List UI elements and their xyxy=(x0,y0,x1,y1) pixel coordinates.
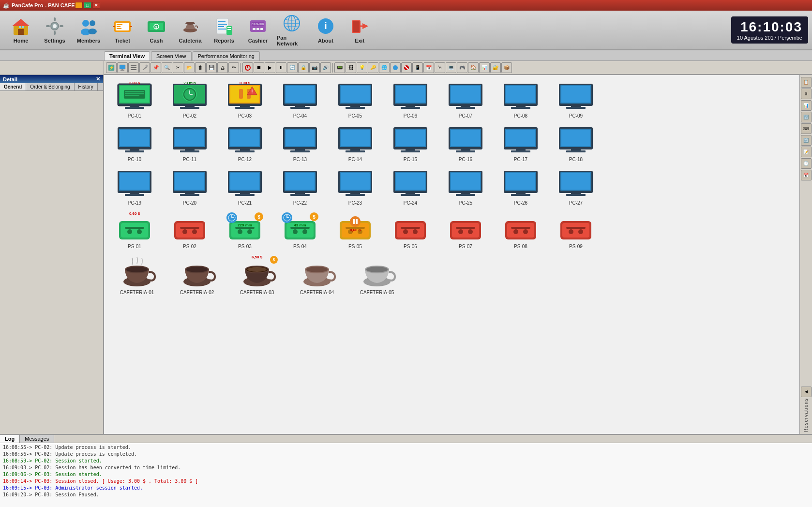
list-item[interactable]: PC-14 xyxy=(329,122,382,164)
right-btn-4[interactable]: 🔢 xyxy=(801,112,812,122)
toolbar-network[interactable]: 🌐 xyxy=(379,62,390,73)
list-item[interactable]: CAFETERIA-04 xyxy=(288,253,346,297)
toolbar-lightbulb[interactable]: 💡 xyxy=(357,62,367,73)
list-item[interactable]: 23 min PC-02 xyxy=(163,79,216,120)
toolbar-refresh[interactable]: 🔄 xyxy=(287,62,298,73)
toolbar-display[interactable]: 📟 xyxy=(334,62,345,73)
close-button[interactable]: ✕ xyxy=(92,2,100,9)
toolbar-secure[interactable]: 🔐 xyxy=(490,62,501,73)
toolbar-screenshot[interactable]: 📷 xyxy=(309,62,320,73)
toolbar-block[interactable] xyxy=(401,62,412,73)
tab-terminal-view[interactable]: Terminal View xyxy=(104,51,150,60)
toolbar-folder[interactable]: 📂 xyxy=(184,62,195,73)
list-item[interactable]: PC-21 xyxy=(218,166,271,208)
tab-screen-view[interactable]: Screen View xyxy=(151,51,192,60)
right-btn-3[interactable]: 📊 xyxy=(801,100,812,111)
list-item[interactable]: PS-06 xyxy=(384,209,437,251)
toolbar-print[interactable]: 🖨 xyxy=(217,62,228,73)
toolbar-laptop[interactable]: 💻 xyxy=(446,62,456,73)
log-tab-log[interactable]: Log xyxy=(0,435,20,443)
toolbar-power[interactable] xyxy=(242,62,253,73)
list-item[interactable]: $ 43 min PS-04 xyxy=(273,209,327,251)
list-item[interactable]: PC-12 xyxy=(218,122,271,164)
main-grid[interactable]: 3,00 $ PC-01 xyxy=(104,75,799,434)
list-item[interactable]: CAFETERIA-01 xyxy=(108,253,166,297)
right-btn-5[interactable]: ⌨ xyxy=(801,123,812,134)
log-tab-messages[interactable]: Messages xyxy=(20,435,54,443)
right-btn-8[interactable]: 🕐 xyxy=(801,158,812,169)
right-btn-7[interactable]: 📝 xyxy=(801,147,812,157)
toolbar-ticket[interactable]: Ticket xyxy=(105,15,139,45)
list-item[interactable]: PC-27 xyxy=(549,166,602,208)
list-item[interactable]: ! 0,00 $ PC-03 xyxy=(218,79,271,120)
list-item[interactable]: $ 229 min PS-03 xyxy=(218,209,271,251)
toolbar-cut[interactable]: ✂ xyxy=(173,62,183,73)
right-btn-2[interactable]: 🖥 xyxy=(801,89,812,99)
toolbar-key[interactable]: 🔑 xyxy=(368,62,378,73)
list-item[interactable]: PC-06 xyxy=(384,79,437,120)
toolbar-cash[interactable]: $ Cash xyxy=(139,15,173,45)
toolbar-save[interactable]: 💾 xyxy=(206,62,217,73)
toolbar-volume[interactable]: 🔊 xyxy=(320,62,331,73)
toolbar-home[interactable]: Home xyxy=(4,15,38,45)
list-item[interactable]: PC-17 xyxy=(494,122,547,164)
toolbar-circle-blue[interactable] xyxy=(390,62,401,73)
toolbar-stop[interactable]: ⏹ xyxy=(254,62,264,73)
list-item[interactable]: PC-22 xyxy=(273,166,327,208)
toolbar-delete[interactable]: 🗑 xyxy=(195,62,206,73)
toolbar-cafeteria[interactable]: Cafeteria xyxy=(173,15,207,45)
list-item[interactable]: CAFETERIA-02 xyxy=(168,253,226,297)
list-item[interactable]: PC-25 xyxy=(439,166,492,208)
toolbar-phone[interactable]: 📱 xyxy=(412,62,423,73)
right-btn-collapse[interactable]: ◀ xyxy=(801,387,812,397)
list-item[interactable]: PC-13 xyxy=(273,122,327,164)
toolbar-home2[interactable]: 🏠 xyxy=(468,62,479,73)
list-item[interactable]: 3,00 $ PC-01 xyxy=(108,79,161,120)
toolbar-pan-network[interactable]: Pan Network xyxy=(275,12,309,48)
toolbar-members[interactable]: Members xyxy=(72,15,105,45)
list-item[interactable]: 0,60 $ PS-05 xyxy=(329,209,382,251)
toolbar-gamepad[interactable]: 🎮 xyxy=(457,62,467,73)
toolbar-cashier[interactable]: CASHIER Cashier xyxy=(241,15,275,45)
toolbar-new-session[interactable]: ⚡ xyxy=(106,62,117,73)
toolbar-pause[interactable]: ⏸ xyxy=(276,62,286,73)
list-item[interactable]: PS-07 xyxy=(439,209,492,251)
list-item[interactable]: PS-08 xyxy=(494,209,547,251)
toolbar-exit[interactable]: Exit xyxy=(343,15,376,45)
toolbar-package[interactable]: 📦 xyxy=(501,62,512,73)
toolbar-about[interactable]: i About xyxy=(309,15,343,45)
list-item[interactable]: PC-16 xyxy=(439,122,492,164)
toolbar-list[interactable] xyxy=(128,62,139,73)
toolbar-reports[interactable]: Reports xyxy=(207,15,241,45)
list-item[interactable]: PC-23 xyxy=(329,166,382,208)
list-item[interactable]: PS-02 xyxy=(163,209,216,251)
list-item[interactable]: PC-18 xyxy=(549,122,602,164)
maximize-button[interactable]: □ xyxy=(84,2,91,9)
detail-close-icon[interactable]: ✕ xyxy=(96,76,100,82)
right-btn-9[interactable]: 📅 xyxy=(801,170,812,180)
detail-tab-general[interactable]: General xyxy=(0,83,26,90)
toolbar-edit[interactable]: ✏ xyxy=(228,62,239,73)
list-item[interactable]: PC-26 xyxy=(494,166,547,208)
list-item[interactable]: PC-08 xyxy=(494,79,547,120)
list-item[interactable]: PS-09 xyxy=(549,209,602,251)
right-btn-1[interactable]: 📋 xyxy=(801,77,812,88)
toolbar-settings[interactable]: Settings xyxy=(38,15,72,45)
list-item[interactable]: $ 6,50 $ CAFETERIA-03 xyxy=(228,253,286,297)
toolbar-mouse[interactable]: 🖱 xyxy=(435,62,445,73)
right-btn-6[interactable]: 🔡 xyxy=(801,135,812,146)
list-item[interactable]: PC-10 xyxy=(108,122,161,164)
list-item[interactable]: PC-19 xyxy=(108,166,161,208)
list-item[interactable]: PC-09 xyxy=(549,79,602,120)
toolbar-search[interactable]: 🔍 xyxy=(162,62,172,73)
detail-tab-order-belonging[interactable]: Order & Belonging xyxy=(26,83,74,90)
detail-tab-history[interactable]: History xyxy=(75,83,98,90)
list-item[interactable]: PC-07 xyxy=(439,79,492,120)
toolbar-chart[interactable]: 📊 xyxy=(479,62,490,73)
list-item[interactable]: PC-04 xyxy=(273,79,327,120)
toolbar-pin[interactable]: 📌 xyxy=(150,62,161,73)
list-item[interactable]: PC-11 xyxy=(163,122,216,164)
tab-performance-monitoring[interactable]: Performance Monitoring xyxy=(193,51,260,60)
list-item[interactable]: CAFETERIA-05 xyxy=(348,253,406,297)
toolbar-window[interactable]: 🖼 xyxy=(346,62,356,73)
